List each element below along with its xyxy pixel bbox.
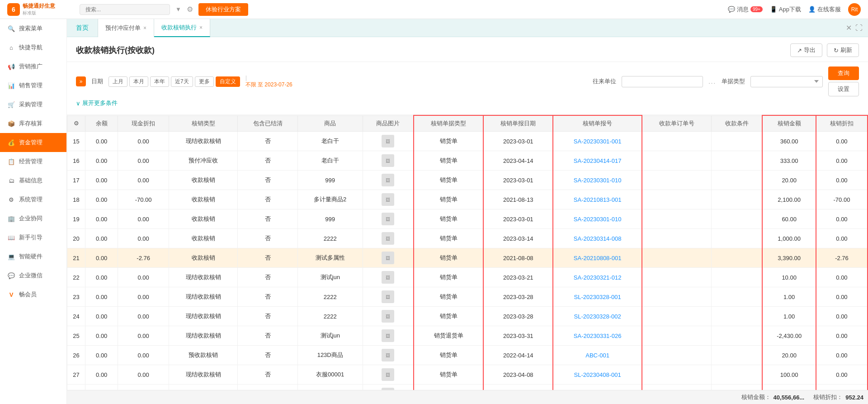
tab-close-prepay[interactable]: ×	[143, 25, 146, 31]
row-voucher-no: SA-20230331-026	[553, 326, 642, 346]
tab-expand-icon[interactable]: ⛶	[855, 24, 863, 32]
sidebar-item-manage[interactable]: 📋 经营管理	[0, 152, 66, 171]
row-balance: 0.00	[85, 326, 118, 346]
voucher-no-link[interactable]: SA-20230301-010	[574, 216, 622, 223]
sidebar-item-sales[interactable]: 📊 销售管理	[0, 76, 66, 95]
row-cash-discount: -2.76	[118, 248, 169, 268]
sidebar-item-finance[interactable]: 💰 资金管理	[0, 133, 66, 152]
date-btn-this-month[interactable]: 本月	[129, 76, 148, 87]
voucher-no-link[interactable]: SL-20230408-001	[574, 371, 621, 378]
row-included-settled: 否	[238, 229, 297, 248]
voucher-no-link[interactable]: SA-20230321-012	[574, 274, 622, 281]
sidebar-item-member[interactable]: V 畅会员	[0, 285, 66, 304]
message-btn[interactable]: 💬 消息 99+	[728, 5, 763, 14]
footer-total-discount: 核销折扣： 952.24	[813, 393, 863, 401]
col-header-writeoff-amount: 核销金额	[762, 115, 816, 132]
online-service-btn[interactable]: 👤 在线客服	[808, 5, 841, 14]
row-no: 17	[67, 171, 85, 190]
row-included-settled: 否	[238, 326, 297, 346]
from-unit-label: 往来单位	[593, 77, 616, 86]
table-row: 270.000.00现结收款核销否衣服00001🖼销货单2023-04-08SL…	[67, 365, 868, 385]
voucher-no-link[interactable]: SA-20230331-026	[574, 333, 622, 339]
message-icon: 💬	[728, 6, 735, 13]
sidebar-item-system[interactable]: ⚙ 系统管理	[0, 190, 66, 209]
voucher-no-link[interactable]: ABC-001	[585, 352, 609, 359]
row-cash-discount: 0.00	[118, 365, 169, 385]
inventory-icon: 📦	[7, 119, 15, 128]
industry-btn[interactable]: 休验行业方案	[198, 3, 248, 16]
voucher-no-link[interactable]: SA-20210813-001	[574, 196, 622, 203]
row-cash-discount: 0.00	[118, 229, 169, 248]
sidebar-item-basic[interactable]: 🗂 基础信息	[0, 171, 66, 190]
row-product: 测试jun	[297, 268, 363, 287]
dropdown-arrow-icon[interactable]: ▼	[175, 6, 181, 13]
voucher-no-link[interactable]: SA-20210808-001	[574, 255, 622, 261]
row-receipt-condition	[711, 171, 762, 190]
row-writeoff-type: 收款核销	[169, 209, 238, 229]
footer-amount-value: 40,556,66...	[774, 394, 805, 401]
date-btn-7days[interactable]: 近7天	[171, 76, 193, 87]
sidebar-item-search[interactable]: 🔍 搜索菜单	[0, 19, 66, 38]
from-unit-input[interactable]	[622, 76, 703, 87]
voucher-no-link[interactable]: SA-20230414-017	[574, 157, 622, 164]
gear-settings-icon[interactable]: ⚙	[187, 5, 193, 14]
tab-home[interactable]: 首页	[67, 19, 98, 37]
sidebar-item-marketing[interactable]: 📢 营销推广	[0, 57, 66, 76]
sidebar-item-wx[interactable]: 💬 企业微信	[0, 266, 66, 285]
voucher-no-link[interactable]: SL-20230328-002	[574, 313, 621, 320]
top-search-input[interactable]	[80, 4, 170, 15]
row-voucher-type: 销货单	[414, 209, 483, 229]
date-btn-custom[interactable]: 自定义	[216, 76, 240, 87]
app-download-btn[interactable]: 📱 App下载	[770, 5, 801, 14]
sales-icon: 📊	[7, 81, 15, 90]
data-table-container[interactable]: ⚙ 余额 现金折扣 核销类型 包含已结清 商品 商品图片 核销单据类型 核销单报…	[67, 115, 868, 390]
row-cash-discount: 0.00	[118, 307, 169, 326]
voucher-no-link[interactable]: SL-20230328-001	[574, 294, 621, 300]
top-right-area: 💬 消息 99+ 📱 App下载 👤 在线客服 Rit	[728, 3, 861, 16]
filter-expand-btn[interactable]: »	[76, 76, 86, 86]
refresh-btn[interactable]: ↻ 刷新	[827, 43, 859, 57]
tab-close-writeoff[interactable]: ×	[199, 24, 203, 31]
row-product: 999	[297, 171, 363, 190]
export-btn[interactable]: ↗ 导出	[790, 43, 822, 57]
row-voucher-date: 2023-03-14	[483, 229, 553, 248]
settings-btn[interactable]: 设置	[828, 82, 859, 96]
date-btn-more[interactable]: 更多	[195, 76, 214, 87]
voucher-no-link[interactable]: SA-20230301-010	[574, 177, 622, 184]
row-writeoff-amount: 100.00	[762, 385, 816, 390]
date-btn-this-year[interactable]: 本年	[150, 76, 169, 87]
row-product: 2222	[297, 307, 363, 326]
row-receipt-condition	[711, 268, 762, 287]
row-receipt-order-no	[642, 209, 711, 229]
sidebar-item-inventory[interactable]: 📦 库存核算	[0, 114, 66, 133]
row-product-image: 🖼	[363, 151, 414, 171]
col-header-included-settled: 包含已结清	[238, 115, 297, 132]
query-btn[interactable]: 查询	[828, 67, 859, 80]
date-btn-last-month[interactable]: 上月	[108, 76, 127, 87]
row-writeoff-amount: 1,000.00	[762, 229, 816, 248]
sidebar-item-hw[interactable]: 💻 智能硬件	[0, 247, 66, 266]
search-icon: 🔍	[7, 24, 15, 33]
sidebar-item-corp[interactable]: 🏢 企业协同	[0, 209, 66, 228]
expand-more-btn[interactable]: ∨ 展开更多条件	[76, 96, 859, 110]
tab-prepay[interactable]: 预付冲应付单 ×	[98, 19, 154, 37]
tab-writeoff[interactable]: 收款核销执行 ×	[154, 19, 210, 37]
user-menu-btn[interactable]: Rit	[848, 3, 861, 16]
row-balance: 0.00	[85, 248, 118, 268]
sidebar-item-quicknav[interactable]: ⌂ 快捷导航	[0, 38, 66, 57]
voucher-type-select[interactable]	[750, 76, 823, 87]
row-voucher-date: 2023-03-01	[483, 171, 553, 190]
row-voucher-type: 销货单	[414, 346, 483, 365]
voucher-no-link[interactable]: SA-20230314-008	[574, 235, 622, 242]
main-layout: 🔍 搜索菜单 ⌂ 快捷导航 📢 营销推广 📊 销售管理 🛒 采购管理 📦 库存核…	[0, 19, 868, 404]
row-cash-discount: 0.00	[118, 385, 169, 390]
row-product-image: 🖼	[363, 190, 414, 209]
row-voucher-no: SA-20230314-008	[553, 229, 642, 248]
tab-close-all-icon[interactable]: ✕	[846, 24, 852, 32]
row-cash-discount: 0.00	[118, 132, 169, 151]
col-header-writeoff-type: 核销类型	[169, 115, 238, 132]
sidebar-item-purchase[interactable]: 🛒 采购管理	[0, 95, 66, 114]
row-voucher-no: SA-20210808-001	[553, 248, 642, 268]
sidebar-item-guide[interactable]: 📖 新手引导	[0, 228, 66, 247]
voucher-no-link[interactable]: SA-20230301-001	[574, 138, 622, 145]
